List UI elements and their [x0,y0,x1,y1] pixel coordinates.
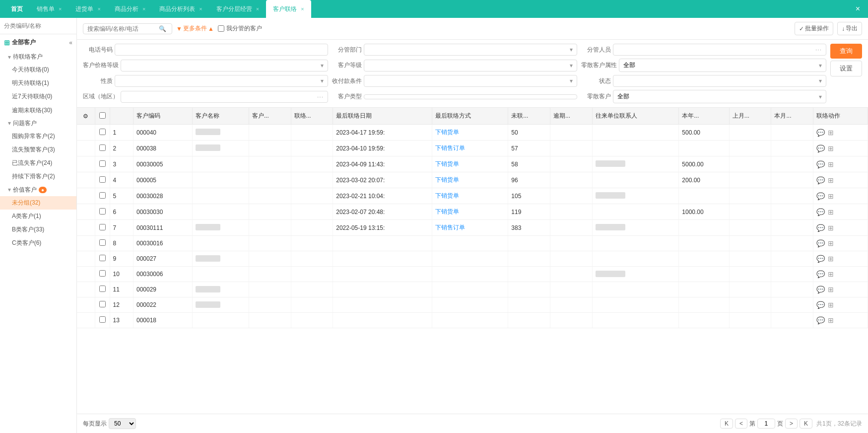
tab-customer-segment[interactable]: 客户分层经营 × [209,0,266,18]
action-chat-icon-3[interactable]: 💬 [816,176,825,184]
my-customers-check[interactable] [218,25,224,32]
sidebar-item-b-class[interactable]: B类客户(33) [0,223,76,236]
close-segment-tab[interactable]: × [256,0,259,18]
customer-search-input[interactable] [87,25,157,32]
action-chat-icon-12[interactable]: 💬 [816,316,825,324]
row-checkbox-12[interactable] [95,313,110,328]
search-icon[interactable]: 🔍 [159,25,166,32]
row-checkbox-1[interactable] [95,141,110,156]
row-last-method-0[interactable]: 下销货单 [432,125,508,141]
region-dots-icon[interactable]: ··· [317,93,324,100]
row-last-method-6[interactable]: 下销售订单 [432,220,508,236]
row-checkbox-6[interactable] [95,220,110,236]
action-chat-icon-11[interactable]: 💬 [816,301,825,309]
close-goods-list-tab[interactable]: × [199,0,202,18]
sidebar-pending-group[interactable]: ▾ 待联络客户 [0,51,76,63]
sidebar-item-a-class[interactable]: A类客户(1) [0,210,76,223]
action-grid-icon-2[interactable]: ⊞ [828,160,834,168]
tab-customer-contact[interactable]: 客户联络 × [266,0,311,18]
row-last-method-3[interactable]: 下销货单 [432,172,508,188]
row-checkbox-9[interactable] [95,267,110,282]
checkbox-col-header[interactable] [95,108,110,125]
first-page-button[interactable]: K [720,419,733,429]
close-purchase-tab[interactable]: × [97,0,100,18]
tab-purchase[interactable]: 进货单 × [68,0,107,18]
next-page-button[interactable]: > [785,419,798,429]
company-contact-col-header[interactable]: 往来单位联系人 [592,108,679,125]
reset-button[interactable]: 设置 [830,61,862,76]
action-chat-icon-6[interactable]: 💬 [816,224,825,232]
code-col-header[interactable]: 客户编码 [133,108,193,125]
action-grid-icon-9[interactable]: ⊞ [828,270,834,278]
customer-level-select[interactable]: ▾ [364,60,577,72]
row-last-method-10[interactable] [432,282,508,297]
name-col-header[interactable]: 客户名称 [193,108,249,125]
sidebar-item-declining[interactable]: 持续下滑客户(2) [0,170,76,183]
sidebar-all-customers[interactable]: ⊞ 全部客户 « [0,34,76,51]
more-conditions-btn[interactable]: ▼ 更多条件 ▲ [176,24,214,33]
row-checkbox-10[interactable] [95,282,110,297]
manager-dots-icon[interactable]: ··· [815,46,822,53]
row-last-method-7[interactable] [432,236,508,251]
no-contact-col-header[interactable]: 未联... [508,108,550,125]
row-last-method-4[interactable]: 下销货单 [432,188,508,204]
last-method-col-header[interactable]: 最后联络方式 [432,108,508,125]
action-grid-icon-7[interactable]: ⊞ [828,239,834,247]
settings-col-header[interactable]: ⚙ [77,108,95,125]
last-month-col-header[interactable]: 上月... [729,108,771,125]
sidebar-item-tomorrow-pending[interactable]: 明天待联络(1) [0,76,76,90]
row-checkbox-5[interactable] [95,204,110,220]
this-month-col-header[interactable]: 本月... [771,108,813,125]
row-checkbox-8[interactable] [95,251,110,267]
sidebar-problem-group[interactable]: ▾ 问题客户 [0,117,76,130]
close-contact-tab[interactable]: × [301,0,304,18]
row-last-method-12[interactable] [432,313,508,328]
action-chat-icon-2[interactable]: 💬 [816,160,825,168]
sidebar-item-abnormal[interactable]: 囤购异常客户(2) [0,130,76,143]
row-last-method-2[interactable]: 下销货单 [432,156,508,172]
row-checkbox-4[interactable] [95,188,110,204]
sidebar-item-7days-pending[interactable]: 近7天待联络(0) [0,90,76,103]
contact-col-header[interactable]: 联络... [291,108,333,125]
row-checkbox-2[interactable] [95,156,110,172]
action-chat-icon-7[interactable]: 💬 [816,239,825,247]
action-grid-icon-1[interactable]: ⊞ [828,144,834,152]
row-last-method-11[interactable] [432,297,508,313]
sidebar-item-today-pending[interactable]: 今天待联络(0) [0,63,76,76]
row-last-method-8[interactable] [432,251,508,267]
overdue-col-header[interactable]: 逾期... [550,108,592,125]
tab-goods-analysis[interactable]: 商品分析 × [108,0,152,18]
row-checkbox-3[interactable] [95,172,110,188]
sidebar-item-churn-warning[interactable]: 流失预警客户(3) [0,143,76,156]
prev-page-button[interactable]: < [735,419,747,429]
last-page-button[interactable]: K [800,419,812,429]
sidebar-item-c-class[interactable]: C类客户(6) [0,236,76,250]
last-date-col-header[interactable]: 最后联络日期 [333,108,432,125]
close-goods-analysis-tab[interactable]: × [142,0,145,18]
action-grid-icon-12[interactable]: ⊞ [828,316,834,324]
department-select[interactable]: ▾ [364,44,577,56]
price-level-select[interactable]: ▾ [121,60,328,72]
customer-type-select[interactable] [364,94,577,99]
action-grid-icon-8[interactable]: ⊞ [828,255,834,263]
tab-sales[interactable]: 销售单 × [30,0,68,18]
select-all-checkbox[interactable] [99,112,106,119]
sidebar-search-input[interactable] [4,22,77,29]
action-grid-icon-10[interactable]: ⊞ [828,286,834,293]
retail-attr-select[interactable]: 全部 ▾ [619,59,826,72]
row-last-method-9[interactable] [432,267,508,282]
this-year-col-header[interactable]: 本年... [679,108,730,125]
action-grid-icon-3[interactable]: ⊞ [828,176,834,184]
payment-select[interactable]: ▾ [364,75,577,87]
page-number-input[interactable] [757,419,775,429]
action-grid-icon-5[interactable]: ⊞ [828,208,834,216]
my-customers-checkbox[interactable]: 我分管的客户 [218,24,262,33]
action-chat-icon-10[interactable]: 💬 [816,286,825,293]
row-checkbox-11[interactable] [95,297,110,313]
action-chat-icon-4[interactable]: 💬 [816,192,825,200]
row-checkbox-7[interactable] [95,236,110,251]
action-col-header[interactable]: 联络动作 [813,108,868,125]
batch-ops-button[interactable]: ✓ 批量操作 [795,22,833,35]
action-chat-icon-1[interactable]: 💬 [816,144,825,152]
action-grid-icon-6[interactable]: ⊞ [828,224,834,232]
